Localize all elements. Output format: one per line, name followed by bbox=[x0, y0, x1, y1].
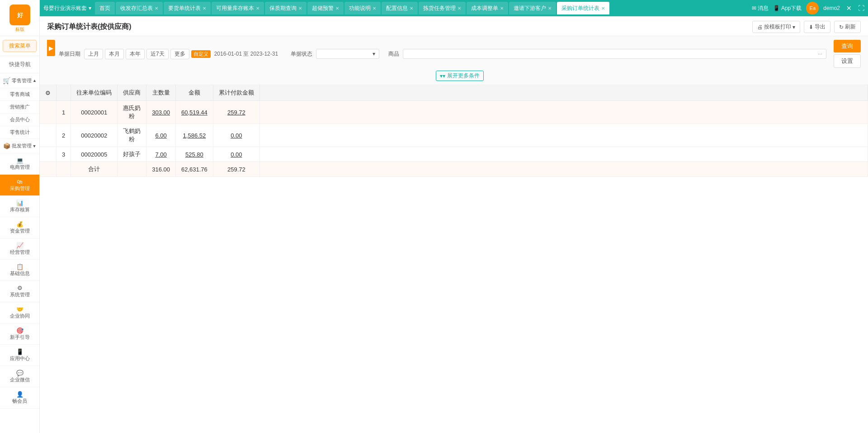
finance-icon: 💰 bbox=[16, 221, 24, 228]
sidebar: 好 标版 搜索菜单 快捷导航 🛒 零售管理 ▲ 零售商城 营销推广 会员中心 零… bbox=[0, 0, 40, 433]
app-download-action[interactable]: 📱 App下载 bbox=[773, 5, 802, 12]
cell-qty[interactable]: 303.00 bbox=[146, 101, 176, 124]
sidebar-item-member[interactable]: 会员中心 bbox=[0, 114, 39, 126]
footer-paid: 259.72 bbox=[213, 162, 259, 177]
tab-shfd[interactable]: 收发存汇总表 ✕ bbox=[116, 2, 163, 14]
tab-bqcx-close[interactable]: ✕ bbox=[298, 6, 302, 11]
sidebar-item-retail[interactable]: 🛒 零售管理 ▲ bbox=[0, 73, 39, 88]
tab-kyck[interactable]: 可用量库存账本 ✕ bbox=[212, 2, 264, 14]
cell-paid[interactable]: 0.00 bbox=[213, 124, 259, 147]
footer-empty-index bbox=[57, 162, 71, 177]
tab-cgdd[interactable]: 采购订单统计表 ✕ bbox=[557, 2, 609, 14]
query-button[interactable]: 查询 bbox=[834, 40, 861, 52]
topbar: 母婴行业演示账套 ▾ 首页 收发存汇总表 ✕ 要货单统计表 ✕ 可用量库存账本 … bbox=[40, 0, 868, 16]
cell-amount[interactable]: 1,586.52 bbox=[176, 124, 213, 147]
sidebar-item-wholesale[interactable]: 📦 批发管理 ▼ bbox=[0, 139, 39, 153]
sidebar-item-inventory[interactable]: 📊 库存核算 bbox=[0, 196, 39, 217]
sidebar-item-appcenter[interactable]: 📱 应用中心 bbox=[0, 345, 39, 366]
setting-button[interactable]: 设置 bbox=[834, 54, 861, 68]
tab-ccyj[interactable]: 超储预警 ✕ bbox=[307, 2, 344, 14]
cell-amount[interactable]: 60,519.44 bbox=[176, 101, 213, 124]
filter-expand-arrow[interactable]: ▶ bbox=[47, 40, 55, 56]
refresh-button[interactable]: ↻ 刷新 bbox=[834, 21, 861, 33]
cell-empty bbox=[259, 101, 868, 124]
export-label: 导出 bbox=[815, 23, 826, 31]
expand-more-button[interactable]: ▾▾ 展开更多条件 bbox=[436, 71, 484, 81]
search-menu-button[interactable]: 搜索菜单 bbox=[3, 40, 37, 52]
workspace-dropdown[interactable]: ▾ bbox=[89, 5, 91, 11]
quick-nav-area[interactable]: 快捷导航 bbox=[0, 56, 39, 73]
date-this-year[interactable]: 本年 bbox=[126, 49, 145, 59]
sidebar-item-retail-stat[interactable]: 零售统计 bbox=[0, 126, 39, 139]
sidebar-item-system[interactable]: ⚙ 系统管理 bbox=[0, 281, 39, 302]
sidebar-item-basic[interactable]: 📋 基础信息 bbox=[0, 260, 39, 281]
tab-yqxsy-close[interactable]: ✕ bbox=[548, 6, 552, 11]
quick-nav-button[interactable]: 快捷导航 bbox=[3, 59, 37, 70]
ecom-icon: 💻 bbox=[16, 157, 24, 164]
cell-qty[interactable]: 7.00 bbox=[146, 147, 176, 162]
tab-yhtj[interactable]: 要货单统计表 ✕ bbox=[164, 2, 211, 14]
search-menu-area[interactable]: 搜索菜单 bbox=[0, 36, 39, 56]
wholesale-label: 批发管理 bbox=[12, 143, 32, 149]
status-select[interactable]: ▾ bbox=[316, 49, 379, 59]
table-row: 2 00020002 飞鹤奶粉 6.00 1,586.52 0.00 bbox=[40, 124, 868, 147]
tab-yqxsy-label: 邀请下游客户 bbox=[514, 5, 546, 12]
date-this-month[interactable]: 本月 bbox=[105, 49, 124, 59]
date-more[interactable]: 更多 bbox=[170, 49, 189, 59]
main-area: 母婴行业演示账套 ▾ 首页 收发存汇总表 ✕ 要货单统计表 ✕ 可用量库存账本 … bbox=[40, 0, 868, 433]
tab-yhtj-close[interactable]: ✕ bbox=[203, 6, 206, 11]
sidebar-item-collab[interactable]: 🤝 企业协同 bbox=[0, 302, 39, 324]
tab-cbtz[interactable]: 成本调整单 ✕ bbox=[467, 2, 508, 14]
sidebar-item-retail-shop[interactable]: 零售商城 bbox=[0, 88, 39, 101]
sidebar-item-newguide[interactable]: 🎯 新手引导 bbox=[0, 324, 39, 345]
cell-paid[interactable]: 0.00 bbox=[213, 147, 259, 162]
tab-pzsz-close[interactable]: ✕ bbox=[410, 6, 413, 11]
tab-shfd-close[interactable]: ✕ bbox=[155, 6, 158, 11]
sidebar-item-wechat[interactable]: 💬 企业微信 bbox=[0, 366, 39, 387]
cell-amount[interactable]: 525.80 bbox=[176, 147, 213, 162]
retail-arrow: ▲ bbox=[33, 78, 37, 83]
cell-index: 3 bbox=[57, 147, 71, 162]
sidebar-item-purchase[interactable]: 🛍 采购管理 bbox=[0, 175, 39, 196]
content-area: 采购订单统计表(按供应商) 🖨 按模板打印 ▾ ⬇ 导出 ↻ 刷新 bbox=[40, 16, 868, 433]
cell-qty[interactable]: 6.00 bbox=[146, 124, 176, 147]
tab-phgl-close[interactable]: ✕ bbox=[458, 6, 461, 11]
cell-supplier: 惠氏奶粉 bbox=[118, 101, 146, 124]
business-icon: 📈 bbox=[16, 242, 24, 249]
user-avatar[interactable]: Ea bbox=[806, 2, 819, 14]
page-actions: 🖨 按模板打印 ▾ ⬇ 导出 ↻ 刷新 bbox=[752, 21, 861, 33]
tab-pzsz[interactable]: 配置信息 ✕ bbox=[382, 2, 418, 14]
goods-input[interactable]: ··· bbox=[403, 49, 826, 59]
tab-bqcx-label: 保质期查询 bbox=[269, 5, 297, 12]
tab-ccyj-close[interactable]: ✕ bbox=[335, 6, 339, 11]
tab-gnsm-close[interactable]: ✕ bbox=[373, 6, 376, 11]
cell-gear bbox=[40, 101, 57, 124]
tab-kyck-close[interactable]: ✕ bbox=[256, 6, 259, 11]
sidebar-item-marketing[interactable]: 营销推广 bbox=[0, 101, 39, 114]
tab-yqxsy[interactable]: 邀请下游客户 ✕ bbox=[509, 2, 556, 14]
cell-paid[interactable]: 259.72 bbox=[213, 101, 259, 124]
footer-empty-supplier bbox=[118, 162, 146, 177]
sidebar-item-changyuean[interactable]: 👤 畅会员 bbox=[0, 387, 39, 409]
custom-date-tag: 自定义 bbox=[191, 50, 211, 58]
tab-bqcx[interactable]: 保质期查询 ✕ bbox=[265, 2, 307, 14]
tab-gnsm[interactable]: 功能说明 ✕ bbox=[344, 2, 381, 14]
message-action[interactable]: ✉ 消息 bbox=[752, 5, 769, 12]
date-7days[interactable]: 近7天 bbox=[146, 49, 169, 59]
tab-home[interactable]: 首页 bbox=[95, 2, 115, 14]
tab-cbtz-close[interactable]: ✕ bbox=[500, 6, 504, 11]
date-last-month[interactable]: 上月 bbox=[84, 49, 103, 59]
sidebar-item-ecom[interactable]: 💻 电商管理 bbox=[0, 153, 39, 175]
tab-phgl[interactable]: 拣货任务管理 ✕ bbox=[419, 2, 466, 14]
sidebar-item-finance[interactable]: 💰 资金管理 bbox=[0, 217, 39, 238]
sidebar-item-business[interactable]: 📈 经营管理 bbox=[0, 238, 39, 260]
export-button[interactable]: ⬇ 导出 bbox=[804, 21, 830, 33]
tab-cgdd-close[interactable]: ✕ bbox=[601, 6, 605, 11]
user-name[interactable]: demo2 bbox=[823, 5, 840, 11]
print-button[interactable]: 🖨 按模板打印 ▾ bbox=[752, 21, 800, 33]
th-qty: 主数量 bbox=[146, 85, 176, 101]
th-gear[interactable]: ⚙ bbox=[40, 85, 57, 101]
newguide-icon: 🎯 bbox=[16, 327, 24, 334]
expand-window-icon[interactable]: ⛶ bbox=[858, 5, 864, 12]
close-window-icon[interactable]: ✕ bbox=[846, 5, 852, 12]
